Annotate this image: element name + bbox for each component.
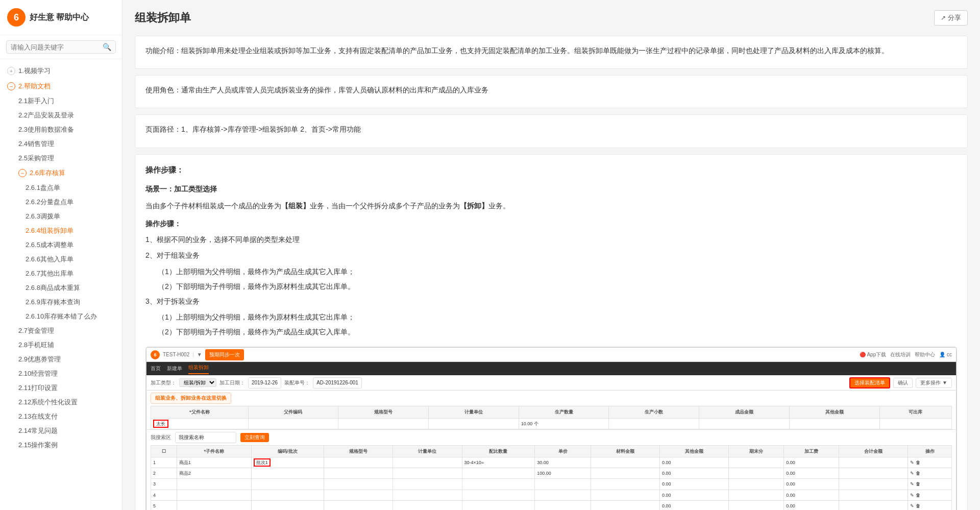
sim-lrow1-price: 30.00 xyxy=(535,457,591,468)
sidebar-item-2-10[interactable]: 2.10经营管理 xyxy=(0,367,122,381)
sim-col-parent-name: *父件名称 xyxy=(151,406,249,418)
expand-icon-1: + xyxy=(7,67,15,75)
sidebar-item-1[interactable]: + 1.视频学习 xyxy=(0,63,122,79)
sidebar-item-2-4[interactable]: 2.4销售管理 xyxy=(0,137,122,151)
sidebar-item-2-5[interactable]: 2.5采购管理 xyxy=(0,151,122,165)
sim-lcol-other: 其他金额 xyxy=(660,445,729,457)
sim-no-field[interactable]: AD-20191226-001 xyxy=(313,377,362,388)
sidebar-item-2-1[interactable]: 2.1新手入门 xyxy=(0,94,122,108)
sim-select-bom-btn[interactable]: 选择装配清单 xyxy=(849,377,890,388)
sidebar-item-2-13[interactable]: 2.13在线支付 xyxy=(0,409,122,424)
share-button[interactable]: ↗ 分享 xyxy=(934,10,968,26)
sim-type-select[interactable]: 组装/拆卸 xyxy=(179,378,216,387)
table-row: 太长 10.00 个 xyxy=(151,418,952,429)
sidebar-item-2-6-2[interactable]: 2.6.2分量盘点单 xyxy=(0,195,122,209)
sim-lcol-price: 单价 xyxy=(535,445,591,457)
sim-lower-header: 我搜索区 我搜索名称 立刻查询 xyxy=(151,432,952,443)
search-input[interactable] xyxy=(11,43,103,51)
sim-date-label: 加工日期： xyxy=(219,378,245,387)
sidebar-item-2-2[interactable]: 2.2产品安装及登录 xyxy=(0,108,122,123)
sidebar-item-2-3[interactable]: 2.3使用前数据准备 xyxy=(0,123,122,137)
sidebar-item-2-7[interactable]: 2.7资金管理 xyxy=(0,324,122,338)
screenshot-container: 6 TEST-H002 | ▼ 预期同步一次 🔴 App下载 在线培训 帮助中心… xyxy=(145,347,957,510)
sim-toolbar: 加工类型： 组装/拆卸 加工日期： 2019-12-26 装配单号： AD-20… xyxy=(146,375,956,391)
sim-lrow1-code: 批次1 xyxy=(251,457,324,468)
sim-lrow1-highlight: 批次1 xyxy=(254,458,271,467)
step-3-1: （1）上部明细为父件明细，最终作为原材料生成其它出库单； xyxy=(158,311,957,324)
sim-lrow2-material xyxy=(591,468,659,479)
sim-cell-avail xyxy=(879,418,951,429)
sidebar-item-2-6-6[interactable]: 2.6.6其他入库单 xyxy=(0,252,122,266)
sim-lrow1-op[interactable]: ✎ 🗑 xyxy=(908,457,952,468)
sim-nav-new[interactable]: 新建单 xyxy=(167,364,182,373)
sim-cell-parent-name: 太长 xyxy=(151,418,249,429)
scenario1-title: 场景一：加工类型选择 xyxy=(145,183,957,196)
sim-navbar: 首页 新建单 组装拆卸 xyxy=(146,362,956,375)
sidebar-item-2-6-5[interactable]: 2.6.5成本调整单 xyxy=(0,238,122,252)
sim-lower-table: ☐ *子件名称 编码/批次 规格型号 计量单位 配比数量 单价 材料金额 其他金… xyxy=(151,445,952,510)
logo-text: 好生意 帮助中心 xyxy=(30,12,89,23)
sim-cell-other xyxy=(789,418,879,429)
sim-lrow2-op[interactable]: ✎ 🗑 xyxy=(908,468,952,479)
sim-topbar-left: 6 TEST-H002 | ▼ 预期同步一次 xyxy=(151,349,244,360)
sidebar-item-2-6-3[interactable]: 2.6.3调拨单 xyxy=(0,209,122,224)
steps-subtitle: 操作步骤： xyxy=(145,217,957,230)
sidebar-item-2-6-7[interactable]: 2.6.7其他出库单 xyxy=(0,266,122,281)
sim-type-label: 加工类型： xyxy=(151,378,176,387)
sidebar-item-2-6-1[interactable]: 2.6.1盘点单 xyxy=(0,181,122,195)
table-row: 2 商品2 100.00 0.00 0.00 xyxy=(151,468,952,479)
sim-screen: 6 TEST-H002 | ▼ 预期同步一次 🔴 App下载 在线培训 帮助中心… xyxy=(146,347,957,510)
sim-cell-unit xyxy=(428,418,519,429)
sidebar-item-2-6-9[interactable]: 2.6.9库存账本查询 xyxy=(0,295,122,309)
sidebar-item-2-6-4[interactable]: 2.6.4组装拆卸单 xyxy=(0,224,122,238)
sim-lrow2-spec xyxy=(324,468,393,479)
table-row: 1 商品1 批次1 30-4×10= 30.00 0.00 0.00 xyxy=(151,457,952,468)
collapse-icon-2: − xyxy=(7,82,15,90)
sidebar-item-2-6[interactable]: − 2.6库存核算 xyxy=(0,165,122,181)
sim-col-spec: 规格型号 xyxy=(338,406,429,418)
sidebar-item-2-14[interactable]: 2.14常见问题 xyxy=(0,424,122,438)
sim-col-prod-qty: 生产数量 xyxy=(519,406,609,418)
sim-cell-highlight: 太长 xyxy=(153,420,168,428)
sim-confirm-btn[interactable]: 确认 xyxy=(893,378,913,388)
sim-lower-section: 我搜索区 我搜索名称 立刻查询 ☐ *子件名称 编码/批次 规格型号 计量单位 xyxy=(146,429,956,510)
sim-col-prod-decimal: 生产小数 xyxy=(609,406,699,418)
sim-lcol-code: 编码/批次 xyxy=(251,445,324,457)
sim-logo-icon: 6 xyxy=(151,350,160,359)
sim-lrow2-code xyxy=(251,468,324,479)
sim-search-field[interactable]: 我搜索名称 xyxy=(175,432,236,443)
sidebar-item-2-6-10[interactable]: 2.6.10库存账本错了么办 xyxy=(0,309,122,324)
sim-col-available: 可出库 xyxy=(879,406,951,418)
sim-lrow1-period xyxy=(729,457,784,468)
sim-nav-select: ▼ xyxy=(197,350,202,359)
sim-col-prod-amount: 成品金额 xyxy=(699,406,790,418)
search-icon[interactable]: 🔍 xyxy=(103,43,111,51)
sidebar-item-2-15[interactable]: 2.15操作案例 xyxy=(0,438,122,452)
sidebar-item-2-12[interactable]: 2.12系统个性化设置 xyxy=(0,395,122,409)
sidebar-item-2-8[interactable]: 2.8手机旺辅 xyxy=(0,338,122,352)
sim-no-label: 装配单号： xyxy=(284,378,310,387)
sidebar-item-2[interactable]: − 2.帮助文档 xyxy=(0,79,122,94)
steps-card: 操作步骤： 场景一：加工类型选择 当由多个子件材料组装成一个成品的业务为【组装】… xyxy=(135,154,968,510)
sim-lrow2-total xyxy=(839,468,908,479)
sim-lcol-process: 加工费 xyxy=(784,445,839,457)
sim-orange-btn[interactable]: 预期同步一次 xyxy=(205,349,244,360)
sim-start-btn[interactable]: 立刻查询 xyxy=(240,433,269,442)
sim-lrow1-spec xyxy=(324,457,393,468)
sidebar-item-2-6-8[interactable]: 2.6.8商品成本重算 xyxy=(0,281,122,295)
sidebar-item-2-11[interactable]: 2.11打印设置 xyxy=(0,381,122,395)
sidebar-item-2-9[interactable]: 2.9优惠券管理 xyxy=(0,352,122,367)
sim-help: 帮助中心 xyxy=(915,350,935,359)
sim-divider: | xyxy=(192,350,194,359)
sim-lrow1-unit xyxy=(393,457,462,468)
path-card: 页面路径：1、库存核算->库存管理->组装拆卸单 2、首页->常用功能 xyxy=(135,114,968,148)
sim-nav-assembly[interactable]: 组装拆卸 xyxy=(188,363,209,374)
sim-lrow2-check: 2 xyxy=(151,468,177,479)
sim-more-btn[interactable]: 更多操作 ▼ xyxy=(916,378,952,388)
sim-lcol-child-name: *子件名称 xyxy=(177,445,252,457)
scenario1-desc: 当由多个子件材料组装成一个成品的业务为【组装】业务，当由一个父件拆分成多个子产品… xyxy=(145,200,957,212)
sim-lcol-unit: 计量单位 xyxy=(393,445,462,457)
sim-nav-home[interactable]: 首页 xyxy=(151,364,161,373)
sim-lrow2-name: 商品2 xyxy=(177,468,252,479)
sim-date-field[interactable]: 2019-12-26 xyxy=(248,377,281,388)
